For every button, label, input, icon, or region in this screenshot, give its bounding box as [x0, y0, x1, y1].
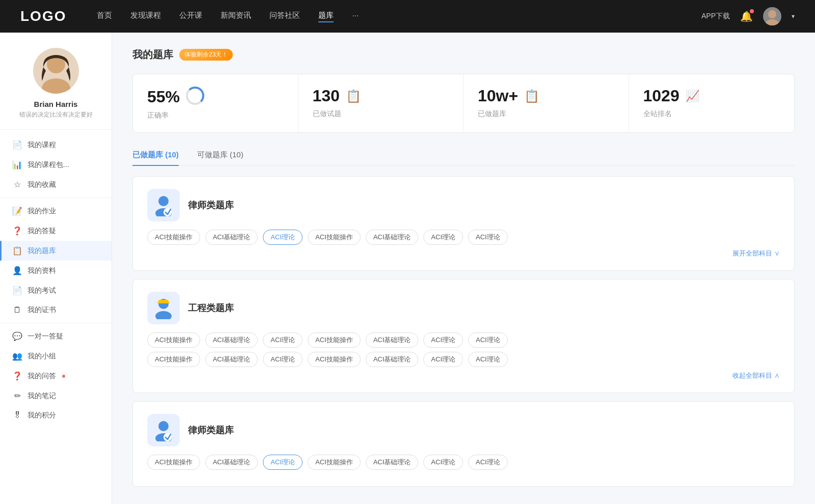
bank-tag[interactable]: ACI理论 [468, 352, 508, 367]
nav-qa[interactable]: 问答社区 [269, 11, 300, 22]
bank-tag[interactable]: ACI理论 [468, 230, 508, 245]
bank-tag[interactable]: ACI理论 [263, 352, 303, 367]
sidebar-item-homework[interactable]: 📝 我的作业 [0, 201, 112, 221]
bank-lawyer-name: 律师类题库 [188, 199, 234, 211]
app-download-button[interactable]: APP下载 [701, 12, 730, 21]
bank-tag[interactable]: ACI基础理论 [366, 352, 419, 367]
stat-done-questions: 130 📋 已做试题 [298, 74, 464, 132]
qa-icon: ❓ [12, 226, 22, 236]
package-icon: 📊 [12, 160, 22, 170]
bank-lawyer2-header: 律师类题库 [147, 414, 780, 446]
stat-done-value: 130 [313, 87, 340, 105]
lawyer2-person-icon [152, 419, 175, 441]
svg-point-1 [765, 19, 779, 25]
nav-home[interactable]: 首页 [97, 11, 112, 22]
sidebar-item-my-data[interactable]: 👤 我的资料 [0, 261, 112, 281]
bank-lawyer2-icon-wrap [147, 414, 180, 446]
bank-tag[interactable]: ACI理论 [423, 332, 463, 348]
bank-tag[interactable]: ACI技能操作 [147, 455, 200, 470]
bank-tag[interactable]: ACI技能操作 [308, 455, 361, 470]
nav-news[interactable]: 新闻资讯 [221, 11, 251, 22]
bank-tag[interactable]: ACI理论 [468, 455, 508, 470]
svg-point-0 [768, 10, 776, 18]
bank-tag[interactable]: ACI基础理论 [205, 352, 258, 367]
sidebar-item-my-qa[interactable]: ❓ 我的答疑 [0, 221, 112, 241]
bank-tag[interactable]: ACI技能操作 [147, 352, 200, 367]
bank-tag[interactable]: ACI技能操作 [308, 352, 361, 367]
bank-tag[interactable]: ACI技能操作 [147, 332, 200, 348]
bank-tag[interactable]: ACI技能操作 [147, 230, 200, 245]
stat-rank-label: 全站排名 [643, 109, 780, 119]
stat-rank-value: 1029 [643, 87, 680, 105]
tab-available-banks[interactable]: 可做题库 (10) [197, 145, 243, 166]
bank-tag[interactable]: ACI理论 [423, 230, 463, 245]
divider-1 [0, 198, 112, 198]
navbar: LOGO 首页 发现课程 公开课 新闻资讯 问答社区 题库 ··· APP下载 … [0, 0, 815, 33]
stat-done-label: 已做试题 [313, 109, 449, 119]
stat-accuracy-label: 正确率 [147, 111, 284, 120]
bank-engineering-name: 工程类题库 [188, 302, 234, 314]
stat-rank: 1029 📈 全站排名 [629, 74, 795, 132]
cert-icon: 🗒 [12, 305, 22, 315]
sidebar-avatar [33, 48, 79, 94]
bank-section-engineering: 工程类题库 ACI技能操作 ACI基础理论 ACI理论 ACI技能操作 ACI基… [132, 279, 795, 393]
bank-tag[interactable]: ACI基础理论 [366, 332, 419, 348]
bank-expand-button[interactable]: 展开全部科目 ∨ [147, 249, 780, 258]
bank-engineering-icon-wrap [147, 292, 180, 324]
bank-tag-selected[interactable]: ACI理论 [263, 230, 303, 245]
stat-banks-label: 已做题库 [478, 109, 614, 119]
sidebar-item-my-course[interactable]: 📄 我的课程 [0, 135, 112, 155]
bank-tag[interactable]: ACI基础理论 [205, 230, 258, 245]
sidebar-item-my-exam[interactable]: 📄 我的考试 [0, 281, 112, 300]
bank-tag[interactable]: ACI基础理论 [205, 455, 258, 470]
sidebar-motto: 错误的决定比没有决定要好 [10, 110, 101, 119]
nav-question-bank[interactable]: 题库 [318, 11, 334, 22]
sidebar-item-my-group[interactable]: 👥 我的小组 [0, 346, 112, 366]
sidebar-item-certificate[interactable]: 🗒 我的证书 [0, 300, 112, 320]
sidebar-item-favorites[interactable]: ☆ 我的收藏 [0, 175, 112, 194]
nav-open-course[interactable]: 公开课 [179, 11, 202, 22]
notes-icon: ✏ [12, 391, 22, 401]
bank-tag[interactable]: ACI技能操作 [308, 230, 361, 245]
bank-tag[interactable]: ACI理论 [423, 352, 463, 367]
bank-tag[interactable]: ACI基础理论 [366, 230, 419, 245]
bank-tag[interactable]: ACI技能操作 [308, 332, 361, 348]
points-icon: 🎖 [12, 411, 22, 420]
sidebar-item-course-package[interactable]: 📊 我的课程包... [0, 155, 112, 175]
tabs: 已做题库 (10) 可做题库 (10) [132, 145, 795, 166]
sidebar-profile: Brian Harris 错误的决定比没有决定要好 [0, 48, 112, 130]
notification-bell[interactable]: 🔔 [740, 10, 753, 22]
page-header: 我的题库 体验剩余23天！ [132, 48, 795, 62]
list-orange-icon: 📋 [524, 89, 539, 103]
nav-discover[interactable]: 发现课程 [130, 11, 161, 22]
bank-tag[interactable]: ACI理论 [263, 332, 303, 348]
bank-engineering-tags-row1: ACI技能操作 ACI基础理论 ACI理论 ACI技能操作 ACI基础理论 AC… [147, 332, 780, 348]
list-green-icon: 📋 [346, 89, 361, 103]
bank-lawyer-tags: ACI技能操作 ACI基础理论 ACI理论 ACI技能操作 ACI基础理论 AC… [147, 230, 780, 245]
sidebar-item-question-bank[interactable]: 📋 我的题库 [0, 241, 112, 261]
group-icon: 👥 [12, 351, 22, 361]
homework-icon: 📝 [12, 206, 22, 216]
sidebar-item-my-questions[interactable]: ❓ 我的问答 [0, 366, 112, 386]
star-icon: ☆ [12, 180, 22, 189]
bank-collapse-button[interactable]: 收起全部科目 ∧ [147, 371, 780, 380]
bank-section-lawyer-header: 律师类题库 [147, 189, 780, 221]
bank-tag-selected[interactable]: ACI理论 [263, 455, 303, 470]
trial-badge: 体验剩余23天！ [179, 49, 233, 61]
nav-more[interactable]: ··· [352, 11, 359, 22]
bank-tag[interactable]: ACI理论 [468, 332, 508, 348]
bank-tag[interactable]: ACI基础理论 [205, 332, 258, 348]
sidebar-item-my-points[interactable]: 🎖 我的积分 [0, 406, 112, 425]
tab-done-banks[interactable]: 已做题库 (10) [132, 145, 179, 166]
bank-section-lawyer-2: 律师类题库 ACI技能操作 ACI基础理论 ACI理论 ACI技能操作 ACI基… [132, 401, 795, 487]
bank-lawyer2-tags: ACI技能操作 ACI基础理论 ACI理论 ACI技能操作 ACI基础理论 AC… [147, 455, 780, 470]
bank-tag[interactable]: ACI理论 [423, 455, 463, 470]
lawyer-person-icon [152, 194, 175, 216]
svg-rect-11 [157, 302, 170, 303]
sidebar-item-my-notes[interactable]: ✏ 我的笔记 [0, 386, 112, 406]
sidebar: Brian Harris 错误的决定比没有决定要好 📄 我的课程 📊 我的课程包… [0, 33, 112, 504]
user-chevron[interactable]: ▾ [792, 13, 795, 20]
bank-tag[interactable]: ACI基础理论 [366, 455, 419, 470]
sidebar-item-one-on-one[interactable]: 💬 一对一答疑 [0, 326, 112, 346]
user-avatar[interactable] [763, 7, 781, 25]
